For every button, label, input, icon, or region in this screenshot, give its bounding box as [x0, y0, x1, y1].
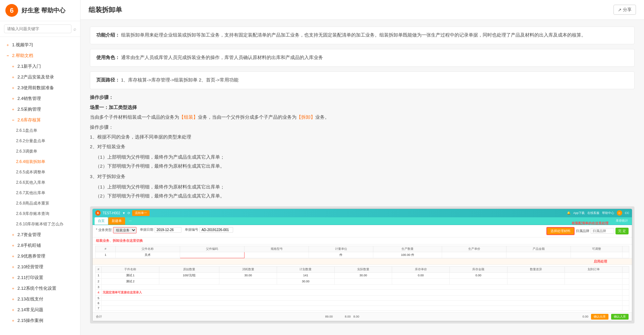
- sidebar-item-query[interactable]: 2.6.9库存账本查询: [0, 209, 80, 219]
- sidebar-item-label: 2.14常见问题: [17, 307, 75, 313]
- sidebar-item-out[interactable]: 2.6.7其他出库单: [0, 188, 80, 198]
- dept-input[interactable]: [591, 228, 614, 234]
- step3: 3、对于拆卸业务: [90, 173, 635, 181]
- cell2-act: [623, 295, 629, 300]
- nav-home[interactable]: 自页: [95, 217, 108, 225]
- path-box: 页面路径： 1、库存核算->库存管理->组装拆卸单 2、首页->常用功能: [90, 71, 635, 89]
- search-icon[interactable]: ⌕: [73, 26, 76, 32]
- sidebar-item-purchase[interactable]: ＋ 2.5采购管理: [0, 104, 80, 115]
- sidebar-item-sales[interactable]: ＋ 2.4销售管理: [0, 93, 80, 104]
- sync-icon: ⟳: [127, 211, 130, 215]
- screenshot-wrapper: 6 TEST-H002 ▼ ⟳ 流转单一 🔔 App下载 在线客服 帮助中心 C: [90, 207, 634, 323]
- sidebar-item-adjust[interactable]: 2.6.3调拨单: [0, 146, 80, 157]
- col2-inv-price: 库存单价: [392, 266, 450, 272]
- sidebar-item-assembly[interactable]: 2.6.4组装拆卸单: [0, 157, 80, 167]
- col2-child-name: 子件名称: [102, 266, 159, 272]
- form-date-group: 单据日期: [140, 227, 181, 233]
- sidebar-item-label: 2.7资金管理: [17, 232, 75, 238]
- confirm-in-button[interactable]: 确认入库: [611, 314, 629, 320]
- main-panel: 组装拆卸单 ↗ 分享 功能介绍： 组装拆卸单用来处理企业组装或拆卸等加工业务，支…: [80, 0, 644, 335]
- dept-group: 归属品牌: [576, 228, 614, 234]
- sidebar-item-inventory[interactable]: － 2.6库存核算: [0, 115, 80, 125]
- col2-orig-qty: 原始数量: [159, 266, 219, 272]
- col-spec: 规格型号: [244, 246, 309, 252]
- sidebar-item-fund[interactable]: ＋ 2.7资金管理: [0, 229, 80, 240]
- type-select[interactable]: 组装业务 拆卸业务: [113, 227, 137, 233]
- col2-actual-qty: 实际数量: [334, 266, 392, 272]
- nav-inventory[interactable]: 库存统计: [614, 217, 630, 224]
- sidebar-item-wrong[interactable]: 2.6.10库存账本错了怎么办: [0, 219, 80, 229]
- cell2-diff: [507, 278, 565, 284]
- sidebar-item-newbie[interactable]: ＋ 2.1新手入门: [0, 61, 80, 72]
- sidebar-item-install[interactable]: ＋ 2.2产品安装及登录: [0, 72, 80, 82]
- annotation-text-3: 启用处理: [594, 259, 607, 264]
- type-label: * 业务类型: [96, 228, 112, 232]
- cell2-num: 5: [96, 295, 102, 300]
- submit-button[interactable]: 完 定: [615, 228, 629, 234]
- sidebar-item-docs[interactable]: － 2.帮助文档: [0, 50, 80, 61]
- col-amount: 产品金额: [506, 246, 571, 252]
- share-icon: ↗: [618, 7, 622, 12]
- processing-button[interactable]: 选择处理材料: [546, 227, 575, 235]
- sidebar-item-cost[interactable]: 2.6.5成本调整单: [0, 167, 80, 177]
- cell2-order: [565, 278, 623, 284]
- cell2-consume: 30.00: [219, 272, 277, 278]
- sidebar-item-online[interactable]: ＋ 2.13在线支付: [0, 294, 80, 304]
- minus-icon: －: [11, 118, 15, 122]
- sidebar-item-recalc[interactable]: 2.6.8商品成本重算: [0, 198, 80, 209]
- sidebar-item-count[interactable]: 2.6.1盘点单: [0, 125, 80, 136]
- plus-icon: ＋: [11, 265, 15, 269]
- sidebar-item-label: 1.视频学习: [12, 42, 75, 48]
- cell-adjust: [571, 252, 623, 258]
- plus-icon: ＋: [11, 96, 15, 101]
- plus-icon: ＋: [11, 275, 15, 280]
- ann-startup-row: 启用处理: [93, 258, 632, 265]
- lower-table-row: 4 无固定清单可直接在这里录入: [96, 289, 629, 295]
- nav-neworder[interactable]: 新建单: [108, 217, 125, 225]
- cell2-act: [623, 272, 629, 278]
- notification-icon: 🔔: [567, 211, 571, 215]
- cell-spec: [244, 252, 309, 258]
- sidebar-item-data[interactable]: ＋ 2.3使用前数据准备: [0, 82, 80, 93]
- col2-num: #: [96, 266, 102, 272]
- sidebar-item-label: 2.6.4组装拆卸单: [16, 159, 75, 165]
- cell2-actual: 30.00: [334, 272, 392, 278]
- cell-unit: 件: [309, 252, 373, 258]
- feature-text: 组装拆卸单用来处理企业组装或拆卸等加工业务，支持有固定装配清单的产品加工业务，也…: [121, 33, 586, 38]
- sidebar-item-coupon[interactable]: ＋ 2.9优惠券管理: [0, 251, 80, 262]
- sidebar-item-print[interactable]: ＋ 2.11打印设置: [0, 272, 80, 283]
- sidebar-item-label: 2.1新手入门: [17, 63, 75, 69]
- footer-amount2: 8.00: [345, 315, 351, 318]
- lower-table-row: 2 测试 2 30.00: [96, 278, 629, 284]
- sidebar-item-cases[interactable]: ＋ 2.15操作案例: [0, 315, 80, 326]
- sidebar-item-in[interactable]: 2.6.6其他入库单: [0, 177, 80, 188]
- cell2-name: 测试 2: [102, 278, 159, 284]
- new-order-button[interactable]: 流转单一: [132, 210, 150, 216]
- sidebar-item-video[interactable]: ＋ 1.视频学习: [0, 40, 80, 50]
- sidebar-item-custom[interactable]: ＋ 2.12系统个性化设置: [0, 283, 80, 294]
- main-content: 功能介绍： 组装拆卸单用来处理企业组装或拆卸等加工业务，支持有固定装配清单的产品…: [80, 20, 644, 335]
- col2-order: 划到订单: [565, 266, 623, 272]
- sidebar-item-split[interactable]: 2.6.2分量盘点单: [0, 136, 80, 146]
- num-input[interactable]: [200, 227, 233, 233]
- plus-icon: ＋: [11, 243, 15, 248]
- step2-2: （2）下部明细为子件明细，最终作为原材料生成其它出库单。: [90, 162, 635, 171]
- cell2-inv-p: [392, 278, 450, 284]
- search-input[interactable]: [4, 24, 71, 33]
- cell-parent-code: [180, 252, 244, 258]
- sidebar-item-label: 2.10经营管理: [17, 264, 75, 270]
- share-button[interactable]: ↗ 分享: [613, 5, 636, 15]
- mock-window: 6 TEST-H002 ▼ ⟳ 流转单一 🔔 App下载 在线客服 帮助中心 C: [92, 209, 632, 321]
- form-area: * 业务类型 组装业务 拆卸业务 单据日期 单据编号: [93, 225, 632, 237]
- sidebar-item-mobile[interactable]: ＋ 2.8手机旺铺: [0, 240, 80, 251]
- annotation-text-2: 组装业务、拆卸业务在这里切换: [96, 238, 143, 243]
- titlebar-right: 🔔 App下载 在线客服 帮助中心 C CC: [567, 210, 629, 216]
- date-input[interactable]: [155, 227, 181, 233]
- nav-extra[interactable]: ···: [125, 218, 135, 224]
- app-title: 好生意 帮助中心: [21, 6, 65, 14]
- sidebar-item-label: 2.6.9库存账本查询: [16, 211, 75, 217]
- confirm-out-button[interactable]: 确认出库: [591, 314, 608, 320]
- sidebar-item-ops[interactable]: ＋ 2.10经营管理: [0, 262, 80, 272]
- sidebar-item-faq[interactable]: ＋ 2.14常见问题: [0, 304, 80, 315]
- col2-plan-qty: 计划数量: [277, 266, 335, 272]
